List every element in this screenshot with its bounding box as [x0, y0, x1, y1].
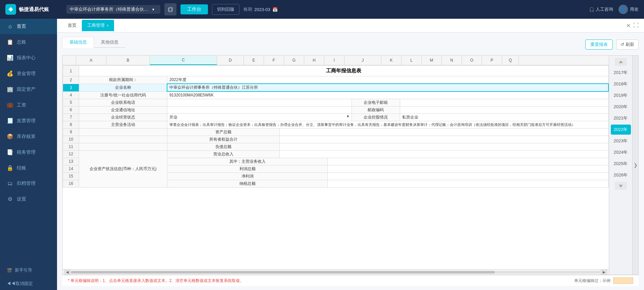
main-layout: ⌂ 首页 📋 总账 📊 报表中心 💰 资金管理 🏢 固定资产 💼 工资 🧾 发票… [0, 19, 644, 290]
horizontal-scrollbar[interactable]: ◀ ▶ [63, 269, 609, 275]
status-hint-text: * 单元格编辑说明：1、点击单元格直接录入数值或文本。2、清空单元格数值或文本恢… [68, 278, 244, 284]
value-main-biz[interactable]: 审查企业会计报表；出具审计报告；验证企业资本；出具验资报告；办理企业合并、分立、… [167, 121, 608, 128]
right-collapse-panel[interactable]: ❯ [632, 56, 638, 275]
year-item-2023[interactable]: 2023年 [611, 136, 631, 146]
year-item-2026[interactable]: 2026年 [611, 170, 631, 180]
year-item-2025[interactable]: 2025年 [611, 159, 631, 169]
value-liabilities[interactable] [279, 143, 608, 150]
col-header-H: H [304, 56, 324, 65]
sheet-body[interactable]: 1 工商年报信息表 2 税款所属期间： 2022年度 [63, 65, 609, 269]
value-total-revenue[interactable] [279, 150, 608, 158]
value-postcode[interactable] [400, 106, 608, 114]
label-main-biz: 主营业务活动 [79, 121, 167, 128]
pin-sidebar[interactable]: ◀◀取消固定 [0, 277, 57, 290]
value-total-assets[interactable] [279, 128, 608, 136]
expand-icon[interactable]: ⛶ [633, 22, 639, 28]
value-email[interactable] [400, 99, 608, 106]
sidebar-item-close[interactable]: 🔒 结账 [0, 160, 57, 176]
title-cell[interactable]: 工商年报信息表 [79, 66, 608, 76]
logo-icon [5, 4, 16, 15]
label-reg-code: 注册号/统一社会信用代码 [79, 91, 167, 99]
refresh-button[interactable]: ↺ 刷新 [616, 40, 639, 50]
asset-group-label-10 [79, 136, 167, 143]
sidebar-item-salary[interactable]: 💼 工资 [0, 97, 57, 113]
label-address: 企业通信地址 [79, 106, 167, 114]
spreadsheet-wrapper: A B C D E F G H I J K L [62, 55, 639, 275]
status-right: 单元格编辑过：示例 [574, 277, 633, 284]
col-header-P: P [482, 56, 502, 65]
sidebar-item-invoice[interactable]: 🧾 发票管理 [0, 113, 57, 129]
sidebar-item-label: 库存核算 [17, 134, 36, 140]
col-header-L: L [401, 56, 422, 65]
copy-button[interactable] [164, 3, 176, 15]
value-control-status[interactable]: 私营企业 [400, 114, 608, 121]
col-header-B: B [106, 56, 150, 65]
value-biz-status[interactable]: 开业 ▼ [167, 114, 352, 121]
help-button[interactable]: 🎧 人工咨询 [589, 6, 613, 12]
year-down-button[interactable] [615, 182, 627, 190]
tab-close-button[interactable]: × [107, 23, 109, 27]
value-equity[interactable] [279, 136, 608, 143]
sidebar-item-finance[interactable]: 💰 资金管理 [0, 66, 57, 81]
label-company-name: 企业名称 [79, 84, 167, 91]
sub-tab-basic[interactable]: 基础信息 [62, 37, 94, 48]
year-item-2024[interactable]: 2024年 [611, 147, 631, 157]
year-item-2020[interactable]: 2020年 [611, 102, 631, 112]
label-tel: 企业联系电话 [79, 99, 167, 106]
year-item-2019[interactable]: 2019年 [611, 90, 631, 100]
calendar-icon[interactable]: 📅 [272, 7, 278, 12]
row-num-1: 1 [63, 66, 79, 76]
reset-report-button[interactable]: 重置报表 [585, 40, 613, 50]
tab-home[interactable]: 首页 [62, 20, 82, 31]
label-total-revenue: 营业总收入 [167, 150, 279, 158]
new-user-guide[interactable]: 🎬 新手引导 [0, 263, 57, 277]
label-email: 企业电子邮箱 [352, 99, 400, 106]
sidebar-item-settings[interactable]: ⚙ 设置 [0, 191, 57, 207]
sidebar-item-assets[interactable]: 🏢 固定资产 [0, 81, 57, 97]
row-num-4: 4 [63, 91, 79, 99]
scroll-thumb[interactable] [71, 271, 495, 274]
value-total-tax[interactable] [328, 180, 608, 187]
invoice-icon: 🧾 [7, 118, 13, 124]
sidebar-item-label: 报表中心 [17, 55, 36, 61]
close-panel-icon[interactable]: ✕ [626, 22, 631, 29]
company-selector[interactable]: 中审众环会计师事务所（特殊普通合伙… ▼ [66, 5, 160, 14]
value-net-profit[interactable] [328, 172, 608, 180]
workbench-button[interactable]: 工作台 [180, 4, 208, 14]
col-header-Q: Q [502, 56, 519, 65]
sub-tab-basic-label: 基础信息 [69, 40, 87, 45]
year-item-2018[interactable]: 2018年 [611, 79, 631, 89]
table-row: 11 负债总额 [63, 143, 609, 150]
value-address[interactable] [167, 106, 352, 114]
tab-business[interactable]: 工商管理 × [82, 20, 114, 31]
value-main-revenue[interactable] [328, 158, 608, 165]
value-tel[interactable] [167, 99, 352, 106]
old-version-button[interactable]: 切到旧版 [212, 4, 239, 15]
sidebar-item-inventory[interactable]: 📦 库存核算 [0, 129, 57, 144]
inventory-icon: 📦 [7, 133, 13, 140]
value-tax-period[interactable]: 2022年度 [167, 76, 608, 84]
value-company-name[interactable]: 中审众环会计师事务所（特殊普通合伙）江苏分所 [167, 84, 608, 91]
row-num-9: 9 [63, 128, 79, 136]
sub-tab-other[interactable]: 其他信息 [94, 37, 125, 47]
scroll-track[interactable] [71, 271, 601, 274]
sidebar-item-ledger[interactable]: 📋 总账 [0, 34, 57, 50]
sidebar-item-home[interactable]: ⌂ 首页 [0, 19, 57, 34]
year-item-2017[interactable]: 2017年 [611, 68, 631, 78]
scroll-left-arrow[interactable]: ◀ [64, 270, 71, 275]
year-item-2021[interactable]: 2021年 [611, 113, 631, 123]
top-bar: 畅捷通易代账 中审众环会计师事务所（特殊普通合伙… ▼ 工作台 切到旧版 账期 … [0, 0, 644, 19]
value-reg-code[interactable]: 91320100MA208E5W6K [167, 91, 608, 99]
year-item-2022[interactable]: 2022年 [611, 125, 631, 135]
scroll-right-arrow[interactable]: ▶ [601, 270, 607, 275]
year-up-button[interactable] [615, 58, 627, 66]
sidebar-item-report[interactable]: 📊 报表中心 [0, 50, 57, 66]
user-area[interactable]: 👤 用友 [619, 5, 639, 14]
sidebar-item-tax[interactable]: 📑 税务管理 [0, 144, 57, 160]
year-panel: 2017年 2018年 2019年 2020年 2021年 2022年 2023… [609, 56, 632, 275]
page-content: 基础信息 其他信息 重置报表 ↺ 刷新 [57, 33, 644, 290]
value-total-profit[interactable] [328, 165, 608, 172]
sidebar-item-archive[interactable]: 🗂 归档管理 [0, 176, 57, 191]
guide-icon: 🎬 [7, 268, 12, 273]
sidebar-item-label: 工资 [17, 102, 26, 108]
